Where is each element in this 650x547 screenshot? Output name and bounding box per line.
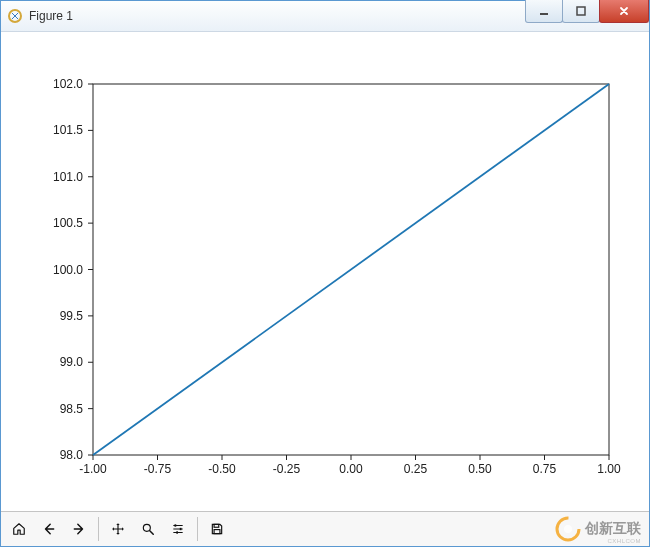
svg-text:98.5: 98.5 — [60, 402, 84, 416]
arrow-left-icon — [42, 519, 56, 539]
svg-rect-42 — [180, 528, 182, 530]
svg-text:100.5: 100.5 — [53, 216, 83, 230]
svg-text:-0.75: -0.75 — [144, 462, 172, 476]
svg-text:-1.00: -1.00 — [79, 462, 107, 476]
svg-text:98.0: 98.0 — [60, 448, 84, 462]
svg-text:101.5: 101.5 — [53, 123, 83, 137]
arrow-right-icon — [72, 519, 86, 539]
svg-text:99.5: 99.5 — [60, 309, 84, 323]
sliders-icon — [171, 519, 185, 539]
watermark-text: 创新互联 — [585, 520, 641, 538]
svg-rect-43 — [176, 531, 178, 533]
svg-text:1.00: 1.00 — [597, 462, 621, 476]
svg-text:0.00: 0.00 — [339, 462, 363, 476]
forward-button[interactable] — [65, 515, 93, 543]
watermark-icon — [555, 516, 581, 542]
maximize-button[interactable] — [562, 0, 600, 23]
svg-text:0.25: 0.25 — [404, 462, 428, 476]
svg-text:101.0: 101.0 — [53, 170, 83, 184]
zoom-icon — [141, 519, 155, 539]
pan-button[interactable] — [104, 515, 132, 543]
close-button[interactable] — [599, 0, 649, 23]
titlebar[interactable]: Figure 1 — [1, 1, 649, 32]
svg-text:102.0: 102.0 — [53, 77, 83, 91]
app-icon — [7, 8, 23, 24]
chart-canvas: -1.00-0.75-0.50-0.250.000.250.500.751.00… — [1, 32, 649, 513]
svg-rect-2 — [577, 7, 585, 15]
svg-text:-0.25: -0.25 — [273, 462, 301, 476]
watermark: 创新互联 CXHLCOM — [555, 516, 641, 542]
svg-text:99.0: 99.0 — [60, 355, 84, 369]
svg-text:0.75: 0.75 — [533, 462, 557, 476]
save-button[interactable] — [203, 515, 231, 543]
nav-toolbar: 创新互联 CXHLCOM — [1, 511, 649, 546]
svg-rect-1 — [540, 13, 548, 15]
window-title: Figure 1 — [29, 9, 73, 23]
configure-button[interactable] — [164, 515, 192, 543]
figure-window: Figure 1 -1.00-0.75-0.50-0.250.000.250.5… — [0, 0, 650, 547]
zoom-button[interactable] — [134, 515, 162, 543]
svg-text:100.0: 100.0 — [53, 263, 83, 277]
svg-rect-44 — [214, 524, 219, 527]
svg-rect-41 — [175, 524, 177, 526]
window-buttons — [526, 1, 649, 31]
toolbar-separator — [197, 517, 198, 541]
svg-point-47 — [564, 525, 572, 533]
plot-area[interactable]: -1.00-0.75-0.50-0.250.000.250.500.751.00… — [1, 32, 649, 511]
home-button[interactable] — [5, 515, 33, 543]
back-button[interactable] — [35, 515, 63, 543]
home-icon — [12, 519, 26, 539]
minimize-button[interactable] — [525, 0, 563, 23]
move-icon — [111, 519, 125, 539]
toolbar-separator — [98, 517, 99, 541]
watermark-subtext: CXHLCOM — [607, 538, 641, 544]
svg-rect-45 — [214, 530, 220, 534]
svg-text:0.50: 0.50 — [468, 462, 492, 476]
save-icon — [210, 519, 224, 539]
svg-text:-0.50: -0.50 — [208, 462, 236, 476]
